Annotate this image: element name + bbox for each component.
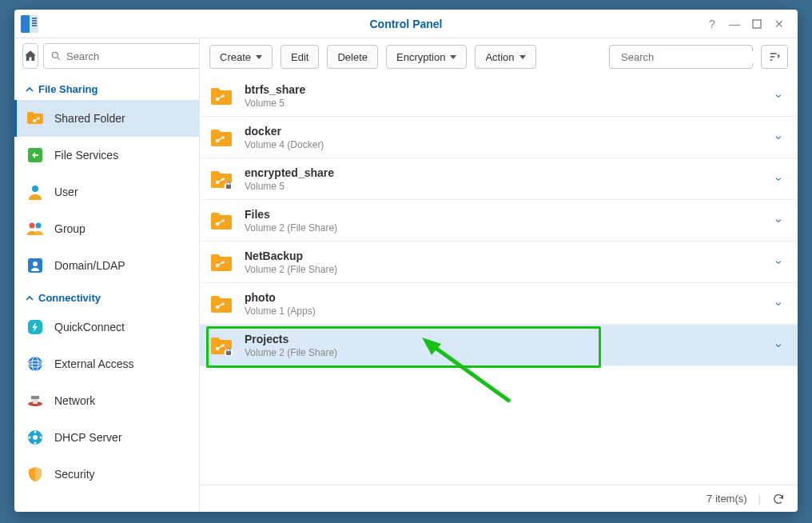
sidebar-item-label: Group [54, 222, 86, 235]
sidebar-item-label: QuickConnect [54, 321, 125, 333]
folder-name: photo [245, 291, 316, 304]
action-button[interactable]: Action [475, 45, 535, 69]
sidebar-search[interactable] [43, 43, 200, 69]
sidebar-item-dhcp-server[interactable]: DHCP Server [14, 419, 199, 456]
folder-icon [209, 252, 233, 273]
domain-icon [26, 256, 45, 275]
sidebar-item-external-access[interactable]: External Access [14, 345, 199, 382]
quickconnect-icon [26, 317, 45, 337]
folder-location: Volume 1 (Apps) [245, 305, 316, 317]
external-access-icon [26, 354, 45, 373]
encryption-button[interactable]: Encryption [386, 45, 467, 69]
folder-row[interactable]: btrfs_shareVolume 5› [200, 75, 798, 117]
folder-row[interactable]: NetBackupVolume 2 (File Share)› [200, 242, 798, 283]
expand-chevron-icon[interactable]: › [774, 260, 786, 264]
file-services-icon [26, 146, 45, 165]
folder-list: btrfs_shareVolume 5›dockerVolume 4 (Dock… [200, 75, 798, 485]
expand-chevron-icon[interactable]: › [774, 177, 786, 181]
app-icon [21, 15, 38, 33]
folder-icon [209, 210, 233, 231]
sidebar-item-domain-ldap[interactable]: Domain/LDAP [14, 247, 199, 284]
shared-folder-icon [26, 109, 45, 128]
folder-name: btrfs_share [245, 83, 305, 96]
sidebar-item-security[interactable]: Security [14, 456, 199, 493]
svg-point-21 [33, 435, 38, 440]
folder-location: Volume 2 (File Share) [245, 264, 337, 275]
toolbar: Create Edit Delete Encryption Action [200, 38, 798, 75]
sidebar-item-label: Domain/LDAP [54, 259, 125, 272]
sidebar-item-file-services[interactable]: File Services [14, 137, 199, 174]
folder-row[interactable]: ProjectsVolume 2 (File Share)› [200, 325, 798, 366]
main-search-input[interactable] [621, 51, 755, 63]
maximize-button[interactable] [750, 17, 764, 31]
svg-point-8 [30, 223, 35, 229]
window-title: Control Panel [14, 18, 798, 30]
sidebar-item-label: Network [54, 394, 95, 407]
status-bar: 7 item(s) | [200, 485, 798, 512]
folder-name: Files [245, 208, 337, 221]
sidebar-item-label: DHCP Server [54, 431, 122, 444]
folder-name: encrypted_share [245, 166, 334, 179]
folder-icon [209, 127, 233, 148]
svg-point-11 [33, 262, 38, 266]
expand-chevron-icon[interactable]: › [774, 301, 786, 305]
folder-location: Volume 2 (File Share) [245, 222, 337, 234]
svg-point-24 [34, 442, 37, 445]
expand-chevron-icon[interactable]: › [774, 343, 786, 347]
sidebar-group-file-sharing[interactable]: File Sharing [14, 75, 199, 100]
caret-down-icon [450, 55, 456, 59]
sidebar-item-user[interactable]: User [14, 174, 199, 210]
folder-location: Volume 4 (Docker) [245, 139, 324, 150]
folder-icon [209, 86, 233, 106]
help-button[interactable]: ? [705, 17, 719, 31]
svg-rect-36 [226, 185, 231, 189]
expand-chevron-icon[interactable]: › [774, 94, 786, 98]
sidebar-group-connectivity[interactable]: Connectivity [14, 284, 199, 309]
folder-row[interactable]: dockerVolume 4 (Docker)› [200, 117, 798, 158]
close-button[interactable]: ✕ [772, 17, 786, 31]
control-panel-window: Control Panel ? — ✕ File Sharing [14, 10, 798, 512]
caret-down-icon [256, 55, 262, 59]
minimize-button[interactable]: — [727, 17, 742, 31]
folder-location: Volume 2 (File Share) [245, 347, 337, 358]
expand-chevron-icon[interactable]: › [774, 218, 786, 222]
folder-name: NetBackup [245, 250, 337, 262]
folder-icon [209, 169, 233, 190]
svg-point-22 [34, 431, 37, 433]
chevron-up-icon [26, 86, 34, 94]
home-button[interactable] [22, 43, 38, 69]
sidebar-item-network[interactable]: Network [14, 382, 199, 419]
svg-point-1 [52, 52, 58, 58]
edit-button[interactable]: Edit [281, 45, 319, 69]
main-search[interactable] [609, 45, 753, 69]
svg-point-7 [32, 186, 38, 192]
folder-location: Volume 5 [245, 98, 305, 109]
search-icon [50, 50, 62, 62]
window-controls: ? — ✕ [705, 17, 798, 31]
refresh-button[interactable] [772, 493, 785, 505]
security-icon [26, 465, 45, 484]
sidebar-search-input[interactable] [66, 50, 200, 62]
sort-button[interactable] [761, 45, 788, 69]
sidebar-item-shared-folder[interactable]: Shared Folder [14, 100, 199, 137]
expand-chevron-icon[interactable]: › [774, 135, 786, 139]
caret-down-icon [519, 55, 526, 59]
folder-row[interactable]: photoVolume 1 (Apps)› [200, 283, 798, 325]
create-button[interactable]: Create [209, 45, 273, 69]
sidebar-item-group[interactable]: Group [14, 210, 199, 247]
folder-row[interactable]: encrypted_shareVolume 5› [200, 158, 798, 200]
folder-icon [209, 293, 233, 314]
folder-row[interactable]: FilesVolume 2 (File Share)› [200, 200, 798, 242]
sidebar-item-label: Security [54, 468, 95, 481]
delete-button[interactable]: Delete [327, 45, 378, 69]
window-body: File Sharing Shared Folder File Services… [14, 38, 798, 512]
svg-point-25 [29, 437, 31, 439]
home-icon [23, 49, 38, 63]
svg-rect-50 [226, 351, 231, 355]
sidebar-item-quickconnect[interactable]: QuickConnect [14, 309, 199, 345]
svg-rect-0 [753, 20, 761, 28]
folder-icon [209, 335, 233, 356]
sidebar-item-label: Shared Folder [54, 112, 125, 125]
sidebar: File Sharing Shared Folder File Services… [14, 38, 200, 512]
main-panel: Create Edit Delete Encryption Action btr… [200, 38, 798, 512]
